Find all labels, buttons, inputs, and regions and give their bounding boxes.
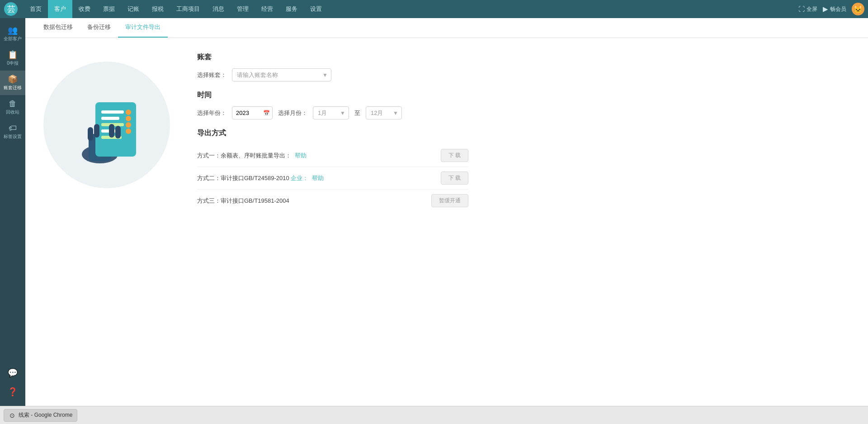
tab-audit-export[interactable]: 审计文件导出 xyxy=(118,18,168,38)
month-label: 选择月份： xyxy=(278,109,307,117)
form-area: 账套 选择账套： 请输入账套名称 ▼ 时间 选择年份： xyxy=(197,52,468,391)
time-row: 选择年份： 📅 选择月份： 1月2月3月 4月5月6月 7月8月9月 10月11 xyxy=(197,106,468,119)
svg-rect-5 xyxy=(101,110,124,114)
illustration-area xyxy=(43,52,170,391)
nav-settings[interactable]: 设置 xyxy=(304,0,328,18)
chat-icon: 💬 xyxy=(8,368,18,378)
separator-text: 至 xyxy=(354,109,360,117)
time-section-title: 时间 xyxy=(197,91,468,100)
sidebar-item-account-migration[interactable]: 📦 账套迁移 xyxy=(0,71,25,95)
method-3-pending-button[interactable]: 暂缓开通 xyxy=(431,194,468,207)
nav-operation[interactable]: 经营 xyxy=(255,0,279,18)
method-2-download-button[interactable]: 下 载 xyxy=(441,172,468,185)
year-input-wrap: 📅 xyxy=(232,106,273,119)
illustration-svg xyxy=(61,75,152,175)
nav-tax[interactable]: 报税 xyxy=(146,0,170,18)
main-content: 数据包迁移 备份迁移 审计文件导出 xyxy=(25,18,868,406)
all-customers-icon: 👥 xyxy=(8,26,18,34)
app-body: 👥 全部客户 📋 0申报 📦 账套迁移 🗑 回收站 🏷 标签设置 💬 ❓ xyxy=(0,18,868,406)
sidebar: 👥 全部客户 📋 0申报 📦 账套迁移 🗑 回收站 🏷 标签设置 💬 ❓ xyxy=(0,18,25,406)
fullscreen-button[interactable]: ⛶ 全屏 xyxy=(798,5,817,13)
tabs-bar: 数据包迁移 备份迁移 审计文件导出 xyxy=(25,18,868,38)
taskbar-chrome-label: 线索 - Google Chrome xyxy=(19,411,72,419)
nav-message[interactable]: 消息 xyxy=(206,0,231,18)
account-select[interactable]: 请输入账套名称 xyxy=(232,68,331,81)
nav-service[interactable]: 服务 xyxy=(279,0,304,18)
tab-data-migration[interactable]: 数据包迁移 xyxy=(36,18,80,38)
method-1-help-link[interactable]: 帮助 xyxy=(295,152,307,159)
svg-point-10 xyxy=(126,110,131,115)
sidebar-label-tag-settings: 标签设置 xyxy=(4,134,22,139)
illustration-circle xyxy=(43,62,170,188)
sidebar-label-recycle: 回收站 xyxy=(6,110,19,115)
method-2-help-link[interactable]: 帮助 xyxy=(312,175,324,181)
export-section-title: 导出方式 xyxy=(197,129,468,138)
method-1-text: 方式一：余额表、序时账批量导出： xyxy=(197,152,291,159)
sidebar-chat-button[interactable]: 💬 xyxy=(0,364,25,381)
nav-manage[interactable]: 管理 xyxy=(231,0,255,18)
year-label: 选择年份： xyxy=(197,109,226,117)
nav-invoice[interactable]: 票据 xyxy=(97,0,121,18)
tag-settings-icon: 🏷 xyxy=(9,124,17,132)
sidebar-item-zero-declaration[interactable]: 📋 0申报 xyxy=(0,46,25,71)
nav-customer[interactable]: 客户 xyxy=(48,0,72,18)
month-end-wrap: 1月2月3月 4月5月6月 7月8月9月 10月11月 12月 ▼ xyxy=(366,106,402,119)
month-start-select[interactable]: 1月2月3月 4月5月6月 7月8月9月 10月11月12月 xyxy=(313,106,349,119)
help-icon: ❓ xyxy=(8,387,18,397)
recycle-icon: 🗑 xyxy=(9,100,17,108)
taskbar-chrome-item[interactable]: ⊙ 线索 - Google Chrome xyxy=(4,409,77,422)
sidebar-item-all-customers[interactable]: 👥 全部客户 xyxy=(0,22,25,46)
month-start-wrap: 1月2月3月 4月5月6月 7月8月9月 10月11月12月 ▼ xyxy=(313,106,349,119)
export-section: 导出方式 方式一：余额表、序时账批量导出： 帮助 下 载 方式二：审计接口GB/… xyxy=(197,129,468,212)
fullscreen-label: 全屏 xyxy=(807,5,817,13)
svg-rect-15 xyxy=(94,124,99,138)
account-section-title: 账套 xyxy=(197,52,468,62)
svg-text:芸: 芸 xyxy=(7,5,15,14)
account-select-wrap: 请输入账套名称 ▼ xyxy=(232,68,331,81)
fullscreen-icon: ⛶ xyxy=(798,5,805,13)
svg-point-11 xyxy=(126,116,131,121)
nav-commerce[interactable]: 工商项目 xyxy=(170,0,206,18)
account-migration-icon: 📦 xyxy=(8,75,18,83)
svg-rect-14 xyxy=(88,127,93,141)
member-button[interactable]: ▶ 畅会员 xyxy=(823,5,846,13)
app-logo[interactable]: 芸 xyxy=(4,2,18,16)
member-icon: ▶ xyxy=(823,5,828,13)
nav-right: ⛶ 全屏 ▶ 畅会员 🐱 xyxy=(798,3,864,15)
nav-home[interactable]: 首页 xyxy=(24,0,48,18)
year-input[interactable] xyxy=(232,106,273,119)
sidebar-help-button[interactable]: ❓ xyxy=(0,383,25,400)
method-2-company-link[interactable]: 企业： xyxy=(291,175,308,181)
tab-backup-migration[interactable]: 备份迁移 xyxy=(80,18,118,38)
method-1-download-button[interactable]: 下 载 xyxy=(441,149,468,162)
month-end-select[interactable]: 1月2月3月 4月5月6月 7月8月9月 10月11月 12月 xyxy=(366,106,402,119)
method-2-label: 方式二：审计接口GB/T24589-2010 企业： 帮助 xyxy=(197,174,441,182)
sidebar-bottom: 💬 ❓ xyxy=(0,364,25,406)
sidebar-item-tag-settings[interactable]: 🏷 标签设置 xyxy=(0,119,25,144)
method-3-text: 方式三：审计接口GB/T19581-2004 xyxy=(197,197,289,204)
time-section: 时间 选择年份： 📅 选择月份： 1月2月3月 4月5月6月 7月 xyxy=(197,91,468,119)
sidebar-label-zero-declaration: 0申报 xyxy=(7,61,19,66)
zero-declaration-icon: 📋 xyxy=(8,51,18,59)
svg-point-12 xyxy=(126,122,131,128)
nav-fee[interactable]: 收费 xyxy=(72,0,97,18)
nav-items: 首页 客户 收费 票据 记账 报税 工商项目 消息 管理 经营 服务 设置 xyxy=(24,0,798,18)
method-1-label: 方式一：余额表、序时账批量导出： 帮助 xyxy=(197,152,441,160)
method-3-label: 方式三：审计接口GB/T19581-2004 xyxy=(197,197,431,205)
svg-rect-6 xyxy=(101,117,119,120)
sidebar-label-account-migration: 账套迁移 xyxy=(4,85,22,91)
top-nav: 芸 首页 客户 收费 票据 记账 报税 工商项目 消息 管理 经营 服务 设置 … xyxy=(0,0,868,18)
sidebar-item-recycle[interactable]: 🗑 回收站 xyxy=(0,95,25,119)
svg-rect-16 xyxy=(109,124,114,138)
export-method-2: 方式二：审计接口GB/T24589-2010 企业： 帮助 下 载 xyxy=(197,167,468,190)
avatar[interactable]: 🐱 xyxy=(852,3,864,15)
page-body: 账套 选择账套： 请输入账套名称 ▼ 时间 选择年份： xyxy=(25,38,868,406)
svg-rect-17 xyxy=(115,126,121,138)
nav-bookkeeping[interactable]: 记账 xyxy=(121,0,146,18)
account-label: 选择账套： xyxy=(197,71,226,79)
sidebar-label-all-customers: 全部客户 xyxy=(4,36,22,42)
account-row: 选择账套： 请输入账套名称 ▼ xyxy=(197,68,468,81)
member-label: 畅会员 xyxy=(830,5,846,13)
svg-point-13 xyxy=(126,129,131,134)
method-2-text: 方式二：审计接口GB/T24589-2010 xyxy=(197,175,289,181)
